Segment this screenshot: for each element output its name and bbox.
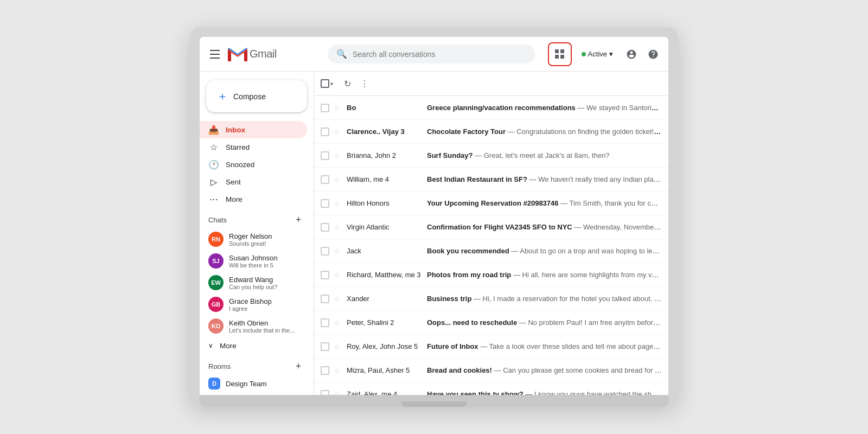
active-status-button[interactable]: Active ▾	[576, 47, 618, 61]
email-star[interactable]: ☆	[334, 199, 342, 208]
email-checkbox[interactable]	[321, 223, 329, 232]
email-sender: Mizra, Paul, Asher 5	[347, 366, 423, 374]
email-checkbox[interactable]	[321, 151, 329, 160]
email-row[interactable]: ☆ Virgin Atlantic Confirmation for Fligh…	[314, 215, 668, 239]
refresh-button[interactable]: ↻	[340, 76, 355, 91]
laptop-notch	[401, 401, 467, 407]
email-star[interactable]: ☆	[334, 104, 342, 112]
chat-item-roger[interactable]: RN Roger Nelson Sounds great!	[200, 228, 314, 250]
email-row[interactable]: ☆ Xander Business trip — Hi, I made a re…	[314, 287, 668, 311]
email-subject: Surf Sunday? — Great, let's meet at Jack…	[427, 151, 662, 159]
email-subject: Book you recommended — About to go on a …	[427, 247, 662, 255]
chat-preview-susan: Will be there in 5	[229, 262, 305, 269]
email-subject: Have you seen this tv show? — I know you…	[427, 390, 662, 395]
email-row[interactable]: ☆ Zaid, Alex, me 4 Have you seen this tv…	[314, 382, 668, 395]
hamburger-menu-icon[interactable]	[206, 46, 224, 63]
email-checkbox[interactable]	[321, 366, 329, 375]
chat-item-keith[interactable]: KO Keith Obrien Let's include that in th…	[200, 315, 314, 337]
email-list: ☆ Bo Greece planning/vacation recommenda…	[314, 96, 668, 395]
sidebar-item-snoozed[interactable]: 🕐 Snoozed	[200, 156, 307, 173]
search-bar[interactable]: 🔍	[328, 44, 535, 63]
email-star[interactable]: ☆	[334, 271, 342, 279]
search-input[interactable]	[353, 50, 526, 59]
more-options-button[interactable]: ⋮	[357, 76, 372, 91]
email-snippet: — I know you guys have watched the show …	[525, 390, 662, 395]
snoozed-icon: 🕐	[208, 159, 219, 170]
chat-name-susan: Susan Johnson	[229, 254, 305, 262]
email-checkbox[interactable]	[321, 175, 329, 184]
email-snippet: — Hi all, here are some highlights from …	[513, 271, 662, 279]
email-sender: Peter, Shalini 2	[347, 318, 423, 327]
chat-info-susan: Susan Johnson Will be there in 5	[229, 254, 305, 269]
email-star[interactable]: ☆	[334, 127, 342, 136]
starred-label: Starred	[226, 143, 250, 151]
email-subject: Your Upcoming Reservation #20983746 — Ti…	[427, 199, 662, 207]
select-all-checkbox[interactable]	[321, 79, 329, 88]
email-row[interactable]: ☆ Bo Greece planning/vacation recommenda…	[314, 96, 668, 120]
email-checkbox[interactable]	[321, 295, 329, 303]
email-sender: Clarence.. Vijay 3	[347, 127, 423, 136]
account-icon[interactable]	[623, 46, 640, 63]
email-checkbox[interactable]	[321, 199, 329, 208]
chat-item-edward[interactable]: EW Edward Wang Can you help out?	[200, 272, 314, 293]
email-checkbox[interactable]	[321, 342, 329, 351]
email-checkbox[interactable]	[321, 390, 329, 395]
email-row[interactable]: ☆ Richard, Matthew, me 3 Photos from my …	[314, 263, 668, 287]
email-star[interactable]: ☆	[334, 342, 342, 351]
email-snippet: — About to go on a trop and was hoping t…	[511, 247, 662, 255]
sent-label: Sent	[226, 178, 241, 186]
email-star[interactable]: ☆	[334, 223, 342, 232]
sidebar-item-starred[interactable]: ☆ Starred	[200, 138, 307, 156]
email-row[interactable]: ☆ William, me 4 Best Indian Restaurant i…	[314, 168, 668, 192]
email-row[interactable]: ☆ Peter, Shalini 2 Oops... need to resch…	[314, 311, 668, 335]
chat-preview-keith: Let's include that in the...	[229, 327, 305, 334]
chat-name-grace: Grace Bishop	[229, 297, 305, 305]
compose-button[interactable]: ＋ Compose	[206, 80, 307, 112]
email-checkbox[interactable]	[321, 127, 329, 136]
room-item-mustard[interactable]: P Project Mustard	[200, 392, 314, 395]
chats-more-button[interactable]: ∨ More	[200, 337, 314, 354]
avatar-grace: GB	[208, 297, 224, 312]
email-row[interactable]: ☆ Clarence.. Vijay 3 Chocolate Factory T…	[314, 120, 668, 144]
email-sender: Brianna, John 2	[347, 151, 423, 159]
select-dropdown-arrow[interactable]: ▾	[330, 81, 333, 87]
rooms-add-button[interactable]: +	[292, 360, 305, 373]
select-all-checkbox-area[interactable]: ▾	[321, 79, 333, 88]
compose-plus-icon: ＋	[217, 89, 228, 104]
chat-info-edward: Edward Wang Can you help out?	[229, 276, 305, 290]
email-checkbox[interactable]	[321, 271, 329, 279]
gmail-m-icon	[228, 47, 247, 61]
chat-name-edward: Edward Wang	[229, 276, 305, 284]
email-star[interactable]: ☆	[334, 151, 342, 160]
email-checkbox[interactable]	[321, 247, 329, 256]
gmail-app: Gmail 🔍	[200, 37, 668, 395]
room-item-design[interactable]: D Design Team	[200, 375, 314, 392]
email-subject: Greece planning/vacation recommendations…	[427, 104, 662, 112]
chats-add-button[interactable]: +	[292, 213, 305, 226]
email-star[interactable]: ☆	[334, 390, 342, 395]
chat-name-roger: Roger Nelson	[229, 232, 305, 240]
email-checkbox[interactable]	[321, 318, 329, 327]
email-star[interactable]: ☆	[334, 295, 342, 303]
sidebar-item-inbox[interactable]: 📥 Inbox	[200, 121, 307, 138]
chat-item-grace[interactable]: GB Grace Bishop I agree	[200, 293, 314, 315]
sidebar-item-sent[interactable]: ▷ Sent	[200, 173, 307, 190]
email-row[interactable]: ☆ Jack Book you recommended — About to g…	[314, 239, 668, 263]
email-row[interactable]: ☆ Brianna, John 2 Surf Sunday? — Great, …	[314, 144, 668, 168]
email-star[interactable]: ☆	[334, 175, 342, 184]
email-row[interactable]: ☆ Mizra, Paul, Asher 5 Bread and cookies…	[314, 359, 668, 382]
email-star[interactable]: ☆	[334, 318, 342, 327]
grid-view-button[interactable]	[548, 42, 572, 66]
chats-section-header: Chats +	[200, 208, 314, 228]
gmail-wordmark: Gmail	[250, 48, 277, 60]
email-row[interactable]: ☆ Roy, Alex, John Jose 5 Future of Inbox…	[314, 335, 668, 359]
star-icon: ☆	[208, 142, 219, 152]
email-star[interactable]: ☆	[334, 366, 342, 375]
email-star[interactable]: ☆	[334, 247, 342, 256]
chat-item-susan[interactable]: SJ Susan Johnson Will be there in 5	[200, 250, 314, 272]
email-row[interactable]: ☆ Hilton Honors Your Upcoming Reservatio…	[314, 192, 668, 215]
email-checkbox[interactable]	[321, 104, 329, 112]
sidebar-item-more[interactable]: ⋯ More	[200, 190, 307, 208]
help-icon[interactable]	[644, 46, 662, 63]
room-name-design: Design Team	[226, 380, 267, 388]
